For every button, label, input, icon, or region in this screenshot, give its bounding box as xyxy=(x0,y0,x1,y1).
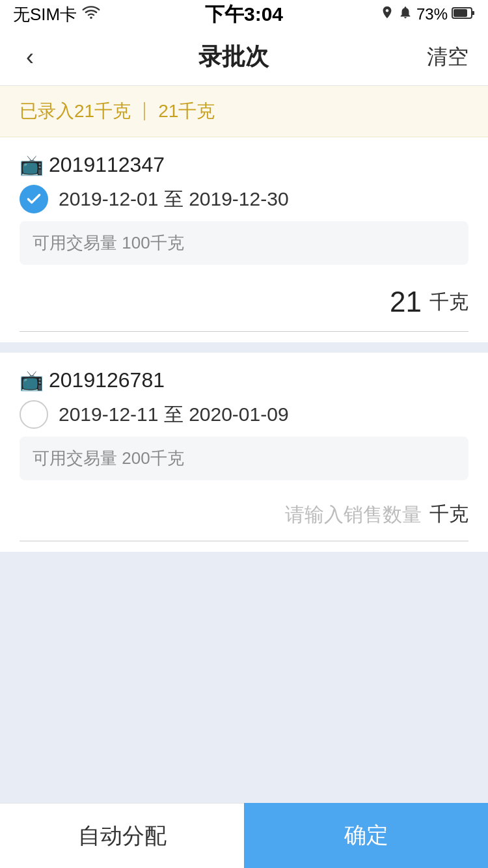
batch-1-quantity-input[interactable] xyxy=(318,286,422,318)
banner-divider xyxy=(144,102,145,120)
page-title: 录批次 xyxy=(198,41,269,73)
svg-point-0 xyxy=(90,16,92,19)
status-bar: 无SIM卡 下午3:04 73% xyxy=(0,0,488,29)
batch-2-available: 可用交易量 200千克 xyxy=(20,437,468,480)
batch-1-date: 2019-12-01 至 2019-12-30 xyxy=(59,186,289,213)
section-separator-1 xyxy=(0,342,488,353)
battery-icon xyxy=(452,5,475,23)
batch-item-1: 📺 2019112347 2019-12-01 至 2019-12-30 可用交… xyxy=(0,137,488,342)
location-icon xyxy=(380,5,394,23)
recorded-value: 21千克 xyxy=(158,99,215,124)
auto-distribute-button[interactable]: 自动分配 xyxy=(0,803,244,868)
batch-2-date-row[interactable]: 2019-12-11 至 2020-01-09 xyxy=(0,392,488,437)
section-separator-2 xyxy=(0,552,488,562)
batch-id-icon-2: 📺 xyxy=(20,369,44,392)
batch-1-checkbox[interactable] xyxy=(20,185,48,213)
batch-1-spacer xyxy=(0,332,488,342)
batch-1-date-row[interactable]: 2019-12-01 至 2019-12-30 xyxy=(0,177,488,221)
batch-1-available: 可用交易量 100千克 xyxy=(20,221,468,265)
batch-2-quantity-input[interactable] xyxy=(20,504,422,526)
svg-rect-2 xyxy=(472,11,474,15)
batch-2-header: 📺 2019126781 xyxy=(0,353,488,392)
wifi-icon xyxy=(82,3,100,26)
alarm-icon xyxy=(398,5,413,23)
batch-1-quantity-row: 千克 xyxy=(0,275,488,331)
batch-2-spacer xyxy=(0,541,488,552)
batch-1-id: 2019112347 xyxy=(49,153,165,177)
recorded-label: 已录入21千克 xyxy=(20,99,131,124)
back-button[interactable]: ‹ xyxy=(20,37,40,77)
batch-2-date: 2019-12-11 至 2020-01-09 xyxy=(59,401,289,428)
batch-1-header: 📺 2019112347 xyxy=(0,137,488,177)
batch-1-unit: 千克 xyxy=(429,289,468,316)
status-left: 无SIM卡 xyxy=(13,3,100,26)
info-banner: 已录入21千克 21千克 xyxy=(0,86,488,137)
svg-rect-3 xyxy=(454,9,467,17)
battery-label: 73% xyxy=(416,5,448,23)
batch-2-quantity-row: 千克 xyxy=(0,491,488,541)
batch-item-2: 📺 2019126781 2019-12-11 至 2020-01-09 可用交… xyxy=(0,353,488,552)
clear-button[interactable]: 清空 xyxy=(427,43,468,72)
status-time: 下午3:04 xyxy=(205,1,283,28)
carrier-label: 无SIM卡 xyxy=(13,3,77,26)
content-area: 📺 2019112347 2019-12-01 至 2019-12-30 可用交… xyxy=(0,137,488,854)
batch-2-id: 2019126781 xyxy=(49,368,165,392)
nav-bar: ‹ 录批次 清空 xyxy=(0,29,488,86)
batch-id-icon-1: 📺 xyxy=(20,154,44,176)
batch-2-checkbox[interactable] xyxy=(20,400,48,429)
confirm-button[interactable]: 确定 xyxy=(244,803,488,868)
batch-2-unit: 千克 xyxy=(429,501,468,528)
bottom-bar: 自动分配 确定 xyxy=(0,803,488,868)
status-right: 73% xyxy=(380,5,475,23)
